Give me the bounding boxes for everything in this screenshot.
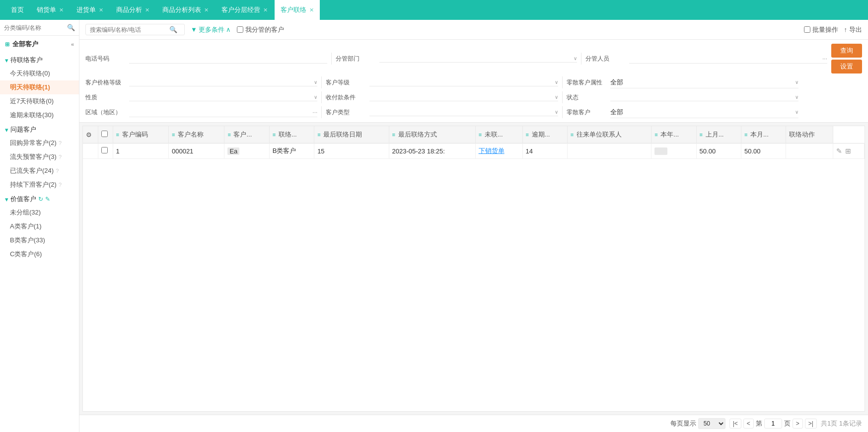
page-input[interactable] xyxy=(764,419,782,429)
action-edit-icon[interactable]: ✎ xyxy=(836,147,842,155)
filter-retail-customer-select[interactable]: 全部 ∨ xyxy=(610,107,798,118)
action-grid-icon[interactable]: ⊞ xyxy=(845,147,851,155)
filter-nature: 性质 ∨ xyxy=(85,93,317,102)
sidebar-search-input[interactable] xyxy=(4,24,67,31)
grid-icon: ⊞ xyxy=(5,41,9,48)
settings-icon[interactable]: ⚙ xyxy=(86,131,92,139)
edit-icon[interactable]: ✎ xyxy=(45,196,50,203)
nav-item-product-analysis[interactable]: 商品分析 ✕ xyxy=(110,0,155,20)
filter-nature-select[interactable]: ∨ xyxy=(129,93,317,101)
filter-phone-input[interactable] xyxy=(129,54,327,64)
filter-retail-customer: 零散客户 全部 ∨ xyxy=(567,107,798,118)
col-icon-contacts: ≡ xyxy=(273,132,276,138)
filter-payment-select[interactable]: ∨ xyxy=(369,93,558,101)
filter-customer-level-select[interactable]: ∨ xyxy=(369,78,558,86)
search-bar: 🔍 ▼ 更多条件 ∧ 我分管的客户 批量操作 ↑ 导出 xyxy=(79,20,868,40)
sidebar-all-customers[interactable]: ⊞ 全部客户 « xyxy=(0,36,79,53)
page-nav: |< < 第 页 > >| xyxy=(729,419,817,429)
col-settings[interactable]: ⚙ xyxy=(83,126,98,144)
sidebar-item-c-class[interactable]: C类客户(6) xyxy=(0,247,79,261)
my-customers-checkbox[interactable] xyxy=(237,26,243,33)
nav-item-sales[interactable]: 销货单 ✕ xyxy=(31,0,70,20)
nav-close-product-list[interactable]: ✕ xyxy=(204,7,209,13)
help-icon-3[interactable]: ? xyxy=(56,168,59,174)
query-button[interactable]: 查询 xyxy=(831,44,862,58)
sidebar-search-icon[interactable]: 🔍 xyxy=(67,24,75,31)
batch-op-btn[interactable]: 批量操作 xyxy=(804,25,838,34)
sidebar-item-7days[interactable]: 近7天待联络(0) xyxy=(0,94,79,108)
filter-status-select[interactable]: ∨ xyxy=(610,93,798,101)
filter-region: 区域（地区） ··· xyxy=(85,108,317,117)
nav-close-purchase[interactable]: ✕ xyxy=(99,7,103,13)
nav-item-customer-contact[interactable]: 客户联络 ✕ xyxy=(275,0,320,20)
divider-4 xyxy=(562,76,563,88)
sidebar-item-abnormal[interactable]: 回购异常客户(2) ? xyxy=(0,136,79,150)
help-icon-2[interactable]: ? xyxy=(59,154,62,160)
more-icon-region[interactable]: ··· xyxy=(312,109,317,116)
filter-region-select[interactable]: ··· xyxy=(129,108,317,117)
sidebar-item-churned[interactable]: 已流失客户(24) ? xyxy=(0,164,79,178)
filter-customer-type-select[interactable]: ∨ xyxy=(369,108,558,116)
sidebar-item-declining[interactable]: 持续下滑客户(2) ? xyxy=(0,178,79,192)
nav-close-customer-contact[interactable]: ✕ xyxy=(309,7,314,13)
more-icon-manager[interactable]: ··· xyxy=(822,55,827,62)
nav-close-sales[interactable]: ✕ xyxy=(59,7,64,13)
sidebar-group-problem[interactable]: ▾ 问题客户 xyxy=(0,122,79,136)
next-page-btn[interactable]: > xyxy=(793,419,803,429)
table-header-row: ⚙ ≡ 客户编码 ≡ 客户名称 xyxy=(83,126,865,144)
divider-7 xyxy=(321,106,322,118)
more-conditions-btn[interactable]: ▼ 更多条件 ∧ xyxy=(191,25,231,34)
prev-page-btn[interactable]: < xyxy=(743,419,754,429)
first-page-btn[interactable]: |< xyxy=(729,419,741,429)
last-page-btn[interactable]: >| xyxy=(805,419,817,429)
col-this-year: ≡ 本年... xyxy=(651,126,696,144)
nav-item-purchase[interactable]: 进货单 ✕ xyxy=(71,0,109,20)
search-icon[interactable]: 🔍 xyxy=(169,26,177,33)
sidebar-search-wrap: 🔍 xyxy=(0,20,79,36)
cell-code: 000021 xyxy=(168,144,224,159)
reset-button[interactable]: 设置 xyxy=(831,60,862,73)
help-icon-1[interactable]: ? xyxy=(59,140,62,146)
filter-manager-select[interactable]: ··· xyxy=(629,54,827,64)
sidebar-item-a-class[interactable]: A类客户(1) xyxy=(0,219,79,233)
sidebar-group-value[interactable]: ▾ 价值客户 ↻ ✎ xyxy=(0,192,79,206)
col-code: ≡ 客户编码 xyxy=(113,126,168,144)
sidebar-group-pending[interactable]: ▾ 待联络客户 xyxy=(0,53,79,67)
page-size-select[interactable]: 50 100 xyxy=(698,418,725,429)
cell-this-year: 50.00 xyxy=(696,144,741,159)
nav-close-product-analysis[interactable]: ✕ xyxy=(145,7,149,13)
nav-close-customer-tier[interactable]: ✕ xyxy=(263,7,268,13)
data-table: ⚙ ≡ 客户编码 ≡ 客户名称 xyxy=(83,126,865,159)
last-method-link[interactable]: 下销货单 xyxy=(479,147,505,154)
sidebar-item-tomorrow[interactable]: 明天待联络(1) xyxy=(0,80,79,94)
cell-overdue xyxy=(567,144,651,159)
sidebar-item-ungrouped[interactable]: 未分组(32) xyxy=(0,206,79,219)
filter-manager: 分管人员 ··· xyxy=(585,54,827,64)
filter-retail-attr-select[interactable]: 全部 ∨ xyxy=(610,77,798,88)
filter-dept-select[interactable]: ∨ xyxy=(379,55,578,63)
nav-item-home[interactable]: 首页 xyxy=(5,0,30,20)
filter-price-level-select[interactable]: ∨ xyxy=(129,78,317,86)
group-arrow-2: ▾ xyxy=(5,126,8,134)
refresh-icon[interactable]: ↻ xyxy=(38,196,43,203)
sidebar-item-b-class[interactable]: B类客户(33) xyxy=(0,233,79,247)
search-input[interactable] xyxy=(90,26,169,33)
col-icon-name: ≡ xyxy=(172,132,175,138)
select-all-checkbox[interactable] xyxy=(101,131,108,137)
table-footer: 每页显示 50 100 |< < 第 页 > >| 共1页 1条记录 xyxy=(79,415,868,432)
cell-settings xyxy=(83,144,98,159)
sidebar-item-overdue[interactable]: 逾期未联络(30) xyxy=(0,108,79,122)
row-checkbox[interactable] xyxy=(101,147,108,153)
sidebar-item-churn-warning[interactable]: 流失预警客户(3) ? xyxy=(0,150,79,164)
filter-row-4: 区域（地区） ··· 客户类型 ∨ 零散客户 xyxy=(85,106,862,118)
col-last-method: ≡ 最后联络方式 xyxy=(389,126,475,144)
sidebar-item-today[interactable]: 今天待联络(0) xyxy=(0,67,79,80)
nav-item-customer-tier[interactable]: 客户分层经营 ✕ xyxy=(216,0,274,20)
nav-item-product-list[interactable]: 商品分析列表 ✕ xyxy=(156,0,215,20)
divider-5 xyxy=(321,91,322,103)
export-btn[interactable]: ↑ 导出 xyxy=(844,25,863,34)
col-icon-unliaison: ≡ xyxy=(479,132,482,138)
help-icon-4[interactable]: ? xyxy=(59,182,62,188)
cell-type: B类客户 xyxy=(269,144,314,159)
table-row: 1 000021 Ea B类客户 15 2023-05-23 18:25: 下销… xyxy=(83,144,865,159)
